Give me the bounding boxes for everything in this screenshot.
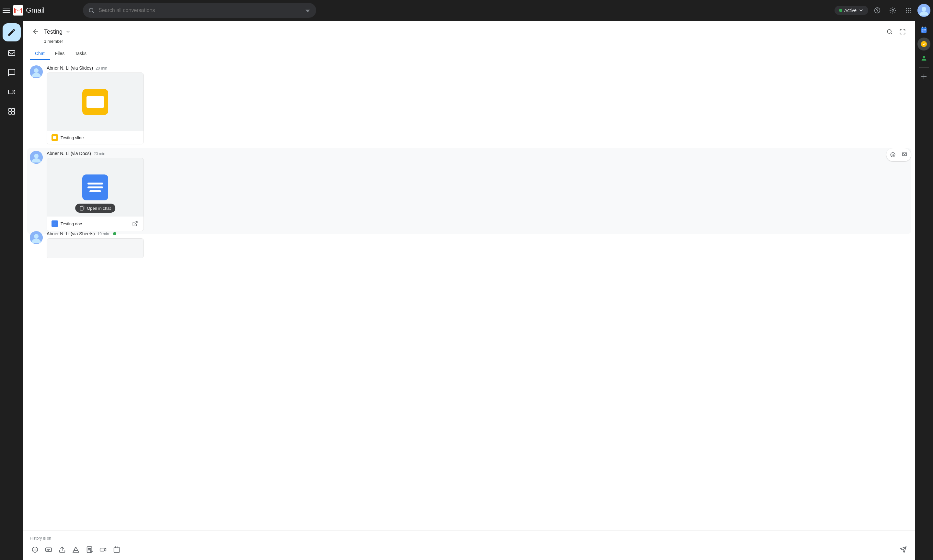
calendar-button[interactable] — [110, 543, 123, 556]
svg-rect-24 — [9, 112, 11, 114]
chat-panel: Testing — [23, 21, 915, 560]
open-in-chat-label: Open in chat — [87, 206, 111, 211]
sidebar-item-chat[interactable] — [3, 63, 21, 82]
svg-rect-34 — [54, 223, 56, 223]
docs-line-2 — [88, 186, 103, 188]
svg-rect-20 — [8, 51, 15, 56]
active-status-button[interactable]: Active — [834, 6, 868, 15]
file-card-footer-docs: Testing doc — [47, 217, 143, 231]
svg-rect-33 — [80, 206, 83, 211]
compose-button[interactable] — [3, 23, 21, 42]
online-indicator — [113, 232, 116, 235]
expand-button[interactable] — [897, 26, 908, 38]
open-in-chat-badge[interactable]: Open in chat — [75, 204, 115, 213]
search-chat-button[interactable] — [884, 26, 895, 38]
back-button[interactable] — [30, 26, 42, 38]
svg-point-32 — [34, 154, 39, 158]
help-button[interactable] — [871, 4, 884, 17]
tab-chat[interactable]: Chat — [30, 48, 50, 60]
message-content-docs: Abner N. Li (via Docs) 20 min — [47, 151, 908, 231]
svg-rect-50 — [114, 548, 120, 553]
svg-point-7 — [877, 11, 877, 12]
avatar — [30, 231, 43, 244]
tab-tasks[interactable]: Tasks — [69, 48, 92, 60]
sidebar-item-rooms[interactable] — [3, 102, 21, 120]
open-external-button[interactable] — [131, 220, 139, 228]
right-sidebar-tasks[interactable] — [918, 38, 930, 51]
svg-point-11 — [910, 8, 911, 9]
docs-icon — [82, 174, 108, 200]
svg-point-38 — [892, 154, 893, 154]
filter-icon[interactable] — [305, 7, 311, 14]
search-bar[interactable] — [83, 3, 316, 18]
svg-rect-30 — [53, 136, 56, 139]
svg-line-2 — [93, 12, 94, 13]
message-sender-sheets: Abner N. Li (via Sheets) — [47, 231, 95, 236]
file-card-footer: Testing slide — [47, 131, 143, 144]
left-nav — [0, 21, 23, 560]
svg-point-16 — [908, 12, 909, 13]
upload-button[interactable] — [56, 543, 69, 556]
message-sender: Abner N. Li (via Slides) — [47, 65, 93, 71]
search-input[interactable] — [99, 8, 301, 13]
chat-title-dropdown[interactable] — [65, 29, 71, 35]
file-card-slides[interactable]: Testing slide — [47, 72, 144, 145]
svg-line-27 — [891, 33, 892, 34]
chat-input-area: History is on GIF — [23, 531, 915, 560]
svg-rect-54 — [924, 29, 925, 31]
docs-line-3 — [89, 190, 101, 192]
toolbar-left: GIF — [29, 543, 123, 556]
avatar — [30, 65, 43, 78]
chat-header-actions — [884, 26, 908, 38]
sidebar-item-mail[interactable] — [3, 44, 21, 62]
tab-files[interactable]: Files — [50, 48, 70, 60]
sidebar-item-meet[interactable] — [3, 83, 21, 101]
settings-button[interactable] — [886, 4, 899, 17]
file-preview-docs: Open in chat — [47, 158, 143, 217]
svg-point-29 — [34, 68, 39, 73]
history-label: History is on — [29, 535, 910, 543]
emoji-react-button[interactable] — [888, 149, 898, 160]
svg-rect-53 — [922, 29, 923, 31]
svg-rect-56 — [922, 31, 923, 32]
svg-point-37 — [891, 152, 895, 157]
message-sender-docs: Abner N. Li (via Docs) — [47, 151, 91, 156]
file-card-docs[interactable]: Open in chat — [47, 158, 144, 231]
file-card-name: Testing slide — [51, 134, 84, 141]
message-actions — [886, 148, 911, 161]
svg-point-12 — [906, 10, 907, 11]
svg-point-19 — [922, 7, 926, 11]
svg-point-8 — [892, 9, 894, 11]
active-dot-icon — [839, 9, 842, 12]
hamburger-button[interactable] — [3, 6, 10, 14]
right-sidebar-contacts[interactable] — [918, 52, 930, 65]
svg-point-14 — [910, 10, 911, 11]
docs-create-button[interactable] — [83, 543, 96, 556]
svg-rect-25 — [12, 112, 15, 114]
right-sidebar — [915, 21, 933, 560]
video-button[interactable] — [97, 543, 109, 556]
svg-point-42 — [32, 547, 38, 552]
right-sidebar-add-button[interactable] — [918, 70, 930, 83]
apps-button[interactable] — [902, 4, 915, 17]
chat-header-left: Testing — [30, 26, 71, 38]
message-header: Abner N. Li (via Slides) 20 min — [47, 65, 908, 71]
message-time-docs: 20 min — [94, 151, 105, 156]
send-button[interactable] — [897, 543, 910, 556]
file-name-slides: Testing slide — [60, 135, 84, 140]
drive-button[interactable] — [69, 543, 82, 556]
user-avatar[interactable] — [918, 4, 930, 17]
message-header-docs: Abner N. Li (via Docs) 20 min — [47, 151, 908, 156]
emoji-button[interactable] — [29, 543, 42, 556]
message-content: Abner N. Li (via Slides) 20 min — [47, 65, 908, 145]
file-card-sheets[interactable] — [47, 238, 144, 258]
right-sidebar-calendar[interactable] — [918, 23, 930, 36]
forward-button[interactable] — [899, 149, 910, 160]
gif-button[interactable]: GIF — [42, 543, 55, 556]
svg-point-41 — [34, 234, 39, 238]
message-group: Abner N. Li (via Slides) 20 min — [30, 65, 908, 145]
svg-rect-55 — [925, 29, 926, 31]
svg-rect-52 — [921, 28, 927, 29]
member-count: 1 member — [44, 39, 908, 44]
file-label-docs: Testing doc — [60, 222, 82, 226]
